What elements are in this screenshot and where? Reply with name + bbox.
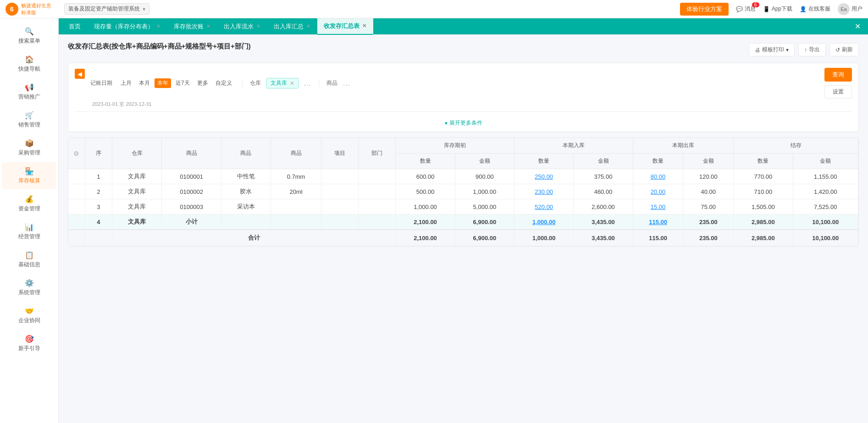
shortcut-more[interactable]: 更多 [194,78,211,88]
subtotal-in-amount: 3,435.00 [574,214,633,230]
tab-home[interactable]: 首页 [62,18,88,35]
row-project [321,199,358,214]
system-selector[interactable]: 装备及固定资产辅助管理系统 ▾ [64,3,149,15]
tab-bar-close-button[interactable]: ✕ [851,22,864,31]
row-closing-amount: 1,420.00 [793,184,858,199]
sidebar-item-guide[interactable]: 🎯 新手引导 [2,330,56,357]
logo-area: 6 畅捷通好生意 标准版 [6,2,64,16]
export-icon: ↑ [804,47,807,53]
tab-close-stock-dist[interactable]: ✕ [156,23,160,29]
tab-recv-send[interactable]: 收发存汇总表 ✕ [317,18,373,35]
filter-collapse-button[interactable]: ◀ [75,69,85,79]
export-button[interactable]: ↑ 导出 [798,43,826,56]
data-table-wrapper: ⚙ 序 仓库 商品 商品 商品 项目 部门 库存期初 本期入库 本期出库 [68,137,859,247]
query-button[interactable]: 查询 [824,68,852,82]
in-qty-link[interactable]: 520.00 [535,203,553,210]
subtotal-out-qty-link[interactable]: 115.00 [649,219,667,225]
tab-flow[interactable]: 出入库流水 ✕ [217,18,267,35]
tab-batch[interactable]: 库存批次账 ✕ [167,18,217,35]
chevron-down-icon: ▾ [143,6,145,12]
row-out-qty[interactable]: 20.00 [633,184,683,199]
expand-conditions-button[interactable]: ▾ 展开更多条件 [445,119,482,127]
out-qty-link[interactable]: 20.00 [651,188,666,195]
avatar: Ea [838,3,850,15]
sidebar-item-operations[interactable]: 📊 经营管理 [2,218,56,245]
logo-text: 畅捷通好生意 标准版 [21,2,51,16]
row-closing-qty: 1,505.00 [734,199,793,214]
tab-close-summary[interactable]: ✕ [306,23,310,29]
subtotal-closing-qty: 2,985.00 [734,214,793,230]
tab-close-flow[interactable]: ✕ [256,23,260,29]
th-opening-qty: 数量 [396,154,455,169]
user-button[interactable]: Ea 用户 [838,3,862,15]
subtotal-checkbox [68,214,85,230]
try-industry-button[interactable]: 体验行业方案 [680,3,729,16]
out-qty-link[interactable]: 15.00 [651,203,666,210]
enterprise-icon: 🤝 [25,307,34,315]
subtotal-in-qty[interactable]: 1,000.00 [514,214,574,230]
header-actions: 💬 消息 6 📱 App下载 👤 在线客服 Ea 用户 [736,3,862,15]
shortcut-last-month[interactable]: 上月 [118,78,134,88]
subtotal-in-qty-link[interactable]: 1,000.00 [532,219,556,225]
subtotal-warehouse: 文具库 [112,214,162,230]
page-content: 收发存汇总表(按仓库+商品编码+商品+规格型号+项目+部门) 🖨 模板打印 ▾ … [59,35,868,423]
tab-stock-dist[interactable]: 现存量（库存分布表） ✕ [88,18,167,35]
in-qty-link[interactable]: 230.00 [535,188,553,195]
th-opening-amount: 金额 [455,154,514,169]
service-icon: 👤 [800,6,807,12]
total-label: 合计 [112,230,396,246]
phone-icon: 📱 [763,6,770,12]
shortcut-this-month[interactable]: 本月 [136,78,153,88]
total-row: 合计 2,100.00 6,900.00 1,000.00 3,435.00 1… [68,230,858,246]
row-in-qty[interactable]: 230.00 [514,184,574,199]
tab-close-batch[interactable]: ✕ [206,23,210,29]
online-service-button[interactable]: 👤 在线客服 [800,5,830,13]
shortcut-7days[interactable]: 近7天 [173,78,193,88]
sidebar-item-label: 库存核算 [18,177,40,185]
messages-button[interactable]: 💬 消息 6 [736,5,756,13]
row-in-qty[interactable]: 520.00 [514,199,574,214]
row-opening-amount: 900.00 [455,169,514,184]
th-out-qty: 数量 [633,154,683,169]
chevron-down-icon: ▾ [445,120,448,126]
remove-warehouse-button[interactable]: ✕ [290,80,294,87]
shortcut-this-year[interactable]: 本年 [155,78,171,88]
app-download-button[interactable]: 📱 App下载 [763,5,792,13]
table-config-icon[interactable]: ⚙ [73,150,79,157]
shortcut-custom[interactable]: 自定义 [213,78,235,88]
warehouse-more[interactable]: ... [304,79,311,88]
row-product-name: 采访本 [221,199,271,214]
total-out-amount: 235.00 [683,230,734,246]
product-more[interactable]: ... [343,79,350,88]
sidebar: 🔍 搜索菜单 🏠 快捷导航 📢 营销推广 🛒 销售管理 📦 采购管理 🏪 库存核… [0,18,59,423]
refresh-button[interactable]: ↺ 刷新 [829,43,859,56]
filter-settings-button[interactable]: 设置 [824,85,852,99]
subtotal-out-qty[interactable]: 115.00 [633,214,683,230]
tab-close-recv-send[interactable]: ✕ [362,23,366,29]
sidebar-item-marketing[interactable]: 📢 营销推广 [2,78,56,105]
sidebar-item-sales[interactable]: 🛒 销售管理 [2,106,56,133]
print-button[interactable]: 🖨 模板打印 ▾ [749,43,795,56]
sidebar-item-search[interactable]: 🔍 搜索菜单 [2,22,56,49]
row-out-qty[interactable]: 80.00 [633,169,683,184]
sidebar-item-enterprise[interactable]: 🤝 企业协同 [2,302,56,329]
sidebar-item-purchase[interactable]: 📦 采购管理 [2,134,56,161]
total-out-qty: 115.00 [633,230,683,246]
sidebar-item-quick-nav[interactable]: 🏠 快捷导航 [2,50,56,77]
in-qty-link[interactable]: 250.00 [535,173,553,180]
tab-summary[interactable]: 出入库汇总 ✕ [267,18,317,35]
sidebar-item-finance[interactable]: 💰 资金管理 [2,190,56,217]
row-out-qty[interactable]: 15.00 [633,199,683,214]
table-settings-header[interactable]: ⚙ [68,138,85,169]
out-qty-link[interactable]: 80.00 [651,173,666,180]
row-opening-amount: 1,000.00 [455,184,514,199]
subtotal-empty3 [321,214,358,230]
sidebar-item-inventory[interactable]: 🏪 库存核算 [2,162,56,189]
messages-badge: 6 [752,2,759,7]
sidebar-item-basic-info[interactable]: 📋 基础信息 [2,246,56,273]
filter-row: 记账日期 上月 本月 本年 近7天 更多 自定义 仓库 [90,68,852,99]
finance-icon: 💰 [25,195,34,203]
sidebar-item-system[interactable]: ⚙️ 系统管理 [2,274,56,301]
subtotal-out-amount: 235.00 [683,214,734,230]
row-in-qty[interactable]: 250.00 [514,169,574,184]
